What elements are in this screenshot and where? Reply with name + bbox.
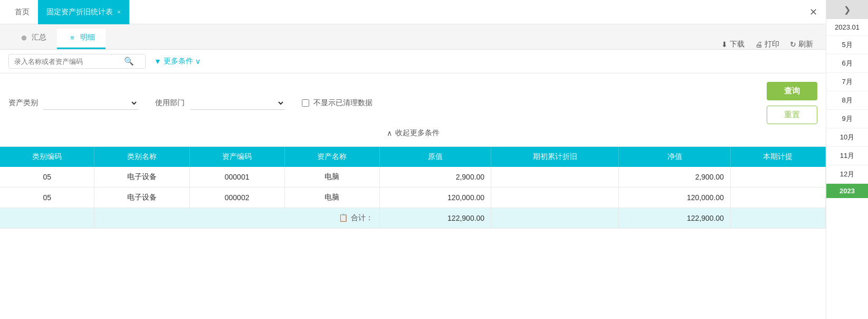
more-conditions-btn[interactable]: ▼ 更多条件 ∨ <box>154 57 201 66</box>
col-type-code: 类别编码 <box>0 147 94 167</box>
collapse-label: 收起更多条件 <box>395 128 440 138</box>
active-tab: 固定资产折旧统计表 × <box>38 0 129 24</box>
total-row: 📋合计： 122,900.00 122,900.00 <box>0 208 826 229</box>
nav-home[interactable]: 首页 <box>6 7 38 17</box>
refresh-btn[interactable]: ↻ 刷新 <box>790 40 813 49</box>
print-btn[interactable]: 🖨 打印 <box>755 40 779 49</box>
col-accumulated-depreciation: 期初累计折旧 <box>491 147 619 167</box>
month-item[interactable]: 6月 <box>826 54 868 73</box>
asset-type-select[interactable] <box>43 96 138 110</box>
month-item[interactable]: 10月 <box>826 128 868 147</box>
search-input-wrap: 🔍 <box>8 54 146 69</box>
tab-detail-label: 明细 <box>80 33 95 42</box>
table-row[interactable]: 05 电子设备 000002 电脑 120,000.00 120,000.00 <box>0 187 826 208</box>
month-item[interactable]: 12月 <box>826 165 868 184</box>
year-label[interactable]: 2023 <box>826 184 868 198</box>
department-field: 使用部门 <box>155 96 285 110</box>
tab-bar: ⊕ 汇总 ≡ 明细 ⬇ 下载 🖨 打印 ↻ 刷新 <box>0 24 826 50</box>
refresh-icon: ↻ <box>790 40 796 49</box>
download-label: 下载 <box>730 40 745 49</box>
table-row[interactable]: 05 电子设备 000001 电脑 2,900.00 2,900.00 <box>0 167 826 187</box>
top-nav: 首页 固定资产折旧统计表 × ✕ <box>0 0 826 24</box>
query-btn[interactable]: 查询 <box>767 82 817 100</box>
tab-close-icon[interactable]: × <box>117 8 121 16</box>
download-btn[interactable]: ⬇ 下载 <box>721 40 745 49</box>
col-original-value: 原值 <box>379 147 491 167</box>
hide-cleared-label: 不显示已清理数据 <box>313 98 373 108</box>
print-label: 打印 <box>765 40 779 49</box>
tab-summary[interactable]: ⊕ 汇总 <box>8 29 57 49</box>
collapse-bar[interactable]: ∧ 收起更多条件 <box>8 124 817 142</box>
collapse-icon: ∧ <box>387 129 392 137</box>
chevron-down-icon: ∨ <box>195 57 201 65</box>
table-wrap: 类别编码 类别名称 资产编码 资产名称 原值 期初累计折旧 净值 本期计提 05… <box>0 147 826 319</box>
filter-icon: ▼ <box>154 57 161 65</box>
tab-summary-label: 汇总 <box>32 33 46 42</box>
reset-btn[interactable]: 重置 <box>767 106 817 124</box>
search-bar: 🔍 ▼ 更多条件 ∨ <box>0 50 826 73</box>
refresh-label: 刷新 <box>798 40 813 49</box>
asset-type-label: 资产类别 <box>8 98 38 108</box>
col-current-depreciation: 本期计提 <box>730 147 825 167</box>
month-item[interactable]: 11月 <box>826 147 868 165</box>
hide-cleared-field: 不显示已清理数据 <box>302 98 373 108</box>
table-header-row: 类别编码 类别名称 资产编码 资产名称 原值 期初累计折旧 净值 本期计提 <box>0 147 826 167</box>
filter-area: 资产类别 使用部门 不显示已清理数据 <box>0 73 826 147</box>
department-label: 使用部门 <box>155 98 185 108</box>
month-item[interactable]: 7月 <box>826 73 868 91</box>
more-conditions-label: 更多条件 <box>164 57 193 66</box>
tab-detail[interactable]: ≡ 明细 <box>57 29 106 49</box>
department-select[interactable] <box>190 96 285 110</box>
window-close-btn[interactable]: ✕ <box>809 6 817 18</box>
detail-icon: ≡ <box>68 33 77 42</box>
asset-type-field: 资产类别 <box>8 96 138 110</box>
col-asset-code: 资产编码 <box>189 147 284 167</box>
summary-icon: ⊕ <box>19 33 28 42</box>
month-item[interactable]: 9月 <box>826 110 868 128</box>
print-icon: 🖨 <box>755 40 762 49</box>
search-input[interactable] <box>14 58 120 65</box>
tab-title: 固定资产折旧统计表 <box>46 7 113 17</box>
col-net-value: 净值 <box>619 147 730 167</box>
panel-arrow[interactable]: ❯ <box>826 0 868 19</box>
current-date-label[interactable]: 2023.01 <box>826 19 868 36</box>
hide-cleared-checkbox[interactable] <box>302 99 309 107</box>
month-item[interactable]: 8月 <box>826 91 868 110</box>
month-item[interactable]: 5月 <box>826 36 868 54</box>
action-buttons: 查询 重置 <box>767 82 817 124</box>
col-asset-name: 资产名称 <box>284 147 379 167</box>
right-panel: ❯ 2023.01 5月6月7月8月9月10月11月12月 2023 <box>826 0 868 319</box>
data-table: 类别编码 类别名称 资产编码 资产名称 原值 期初累计折旧 净值 本期计提 05… <box>0 147 826 229</box>
col-type-name: 类别名称 <box>94 147 189 167</box>
search-icon[interactable]: 🔍 <box>124 57 134 66</box>
download-icon: ⬇ <box>721 40 728 49</box>
